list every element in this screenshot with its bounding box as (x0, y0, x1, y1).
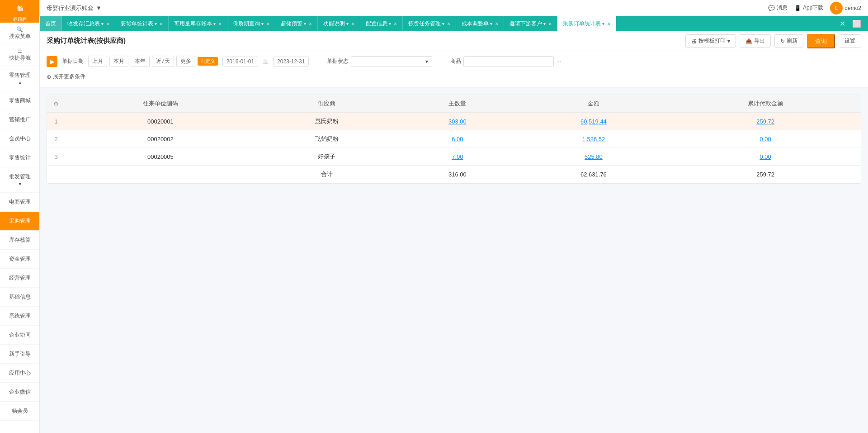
date-shortcut-btns: 上月 本月 本年 近7天 更多 自定义 (88, 56, 218, 67)
more-date-btn[interactable]: 更多 (176, 56, 195, 67)
tab-label: 配置信息 (366, 20, 387, 28)
row-number: 1 (47, 113, 65, 130)
user-actions-bar: 💬 消息 📱 App下载 E demo2 (768, 2, 861, 14)
sidebar-item-enterprise-collab[interactable]: 企业协同 (0, 326, 39, 345)
query-btn[interactable]: 查询 (807, 34, 835, 48)
sidebar-item-basic-info[interactable]: 基础信息 (0, 288, 39, 307)
sidebar-item-marketing[interactable]: 营销推广 (0, 110, 39, 129)
amount-cell[interactable]: 60,519.44 (517, 113, 670, 130)
workspace-selector[interactable]: 母婴行业演示账套 ▼ (47, 4, 102, 12)
amount-cell[interactable]: 525.80 (517, 148, 670, 166)
sidebar-logo[interactable]: 畅 标题栏 (0, 0, 39, 23)
sidebar-item-inventory-check[interactable]: 库存核算 (0, 231, 39, 250)
close-window-btn[interactable]: ✕ (837, 19, 848, 29)
chevron-icon: ▲ (18, 80, 23, 85)
tab-config-info[interactable]: 配置信息 ▾ × (360, 16, 403, 31)
tab-pick-task-mgmt[interactable]: 拣货任务管理 ▾ × (403, 16, 456, 31)
status-select-arrow-icon: ▾ (425, 58, 428, 65)
tab-receive-send-summary[interactable]: 收发存汇总表 ▾ × (62, 16, 115, 31)
sidebar-item-app-center[interactable]: 应用中心 (0, 364, 39, 383)
header-right: 🖨 按模板打印 ▾ 📤 导出 ↻ 刷新 查询 设置 (685, 34, 861, 48)
this-year-btn[interactable]: 本年 (131, 56, 150, 67)
app-download-btn[interactable]: 📱 App下载 (794, 4, 823, 12)
settings-gear-icon[interactable]: ⚙ (53, 100, 59, 107)
tab-expiry-query[interactable]: 保质期查询 ▾ × (227, 16, 275, 31)
user-profile-btn[interactable]: E demo2 (830, 2, 861, 14)
table-row: 3 00020005 好孩子 7.00 525.80 0.00 (47, 148, 861, 166)
sidebar-item-label: 零售管理 (2, 71, 37, 79)
app-logo-icon: 畅 (12, 0, 28, 16)
tab-close-icon[interactable]: × (548, 21, 552, 27)
tab-close-icon[interactable]: × (266, 21, 269, 27)
tab-invite-downstream[interactable]: 邀请下游客户 ▾ × (504, 16, 557, 31)
content-wrapper: 采购订单统计表(按供应商) 🖨 按模板打印 ▾ 📤 导出 ↻ 刷新 查询 设置 (40, 31, 868, 433)
tab-close-icon[interactable]: × (495, 21, 498, 27)
sidebar-item-member-center[interactable]: 会员中心 (0, 129, 39, 148)
tab-available-inventory[interactable]: 可用量库存账本 ▾ × (169, 16, 227, 31)
tab-function-desc[interactable]: 功能说明 ▾ × (318, 16, 360, 31)
expand-more-conditions-btn[interactable]: ⊕ 展开更多条件 (47, 71, 861, 83)
col-gear[interactable]: ⚙ (47, 95, 65, 113)
message-btn[interactable]: 💬 消息 (768, 4, 788, 12)
sidebar-item-enterprise-wechat[interactable]: 企业微信 (0, 383, 39, 402)
tab-close-icon[interactable]: × (106, 21, 109, 27)
this-month-btn[interactable]: 本月 (109, 56, 128, 67)
sidebar-item-retail-stats[interactable]: 零售统计 (0, 148, 39, 167)
tab-close-icon[interactable]: × (394, 21, 397, 27)
tab-close-icon[interactable]: × (309, 21, 312, 27)
tab-label: 成本调整单 (462, 20, 489, 28)
print-template-btn[interactable]: 🖨 按模板打印 ▾ (685, 34, 736, 48)
tab-cost-adjust[interactable]: 成本调整单 ▾ × (456, 16, 504, 31)
tab-close-icon[interactable]: × (447, 21, 450, 27)
tab-arrow-icon: ▾ (155, 21, 157, 26)
sidebar-quick-nav[interactable]: ☰ 快捷导航 (0, 44, 39, 66)
tab-purchase-summary[interactable]: 要货单统计表 ▾ × (115, 16, 169, 31)
print-arrow-icon: ▾ (727, 38, 730, 44)
paid-amount-cell[interactable]: 0.00 (670, 130, 861, 148)
paid-amount-cell[interactable]: 0.00 (670, 148, 861, 166)
main-qty-cell[interactable]: 7.00 (398, 148, 517, 166)
sidebar-item-ops-mgmt[interactable]: 经营管理 (0, 269, 39, 288)
amount-cell[interactable]: 1,586.52 (517, 130, 670, 148)
last-month-btn[interactable]: 上月 (88, 56, 107, 67)
last7-btn[interactable]: 近7天 (152, 56, 174, 67)
tab-arrow-icon: ▾ (346, 21, 349, 26)
paid-amount-cell[interactable]: 259.72 (670, 113, 861, 130)
sidebar-item-ecommerce-mgmt[interactable]: 电商管理 (0, 193, 39, 212)
tab-label: 可用量库存账本 (174, 20, 212, 28)
goods-input[interactable] (463, 56, 554, 67)
sidebar-item-wholesale-mgmt[interactable]: 批发管理 ▼ (0, 167, 39, 193)
sidebar-item-retail-mgmt[interactable]: 零售管理 ▲ (0, 66, 39, 91)
tab-home[interactable]: 首页 (40, 16, 62, 31)
sidebar-search[interactable]: 🔍 搜索英单 (0, 23, 39, 44)
footer-empty (47, 166, 256, 183)
tab-close-icon[interactable]: × (218, 21, 222, 27)
date-end-input[interactable]: 2023-12-31 (273, 57, 309, 67)
topnav-tabs: 首页 收发存汇总表 ▾ × 要货单统计表 ▾ × 可用量库存账本 ▾ × 保质期… (40, 16, 833, 31)
filter-toggle-btn[interactable]: ▶ (47, 56, 57, 67)
app-download-label: App下载 (803, 4, 823, 12)
tab-label: 采购订单统计表 (563, 20, 601, 28)
maximize-window-btn[interactable]: ⬜ (850, 19, 863, 29)
sidebar-item-purchase-mgmt[interactable]: 采购管理 (0, 212, 39, 231)
settings-btn[interactable]: 设置 (839, 34, 861, 48)
main-qty-cell[interactable]: 6.00 (398, 130, 517, 148)
tab-close-active-icon[interactable]: × (607, 21, 610, 27)
sidebar-item-new-guide[interactable]: 新手引导 (0, 345, 39, 364)
tab-purchase-order-summary[interactable]: 采购订单统计表 ▾ × (557, 16, 616, 31)
sidebar-item-sys-mgmt[interactable]: 系统管理 (0, 307, 39, 326)
status-select[interactable]: ▾ (351, 56, 432, 67)
main-qty-cell[interactable]: 303.00 (398, 113, 517, 130)
refresh-icon: ↻ (780, 38, 785, 44)
sidebar-item-label: 应用中心 (2, 369, 37, 377)
sidebar-item-finance-mgmt[interactable]: 资金管理 (0, 250, 39, 269)
date-start-input[interactable]: 2016-01-01 (222, 57, 258, 67)
tab-close-icon[interactable]: × (351, 21, 354, 27)
export-btn[interactable]: 📤 导出 (740, 34, 771, 48)
sidebar-item-free-member[interactable]: 畅会员 (0, 402, 39, 421)
tab-overstock-alert[interactable]: 超储预警 ▾ × (275, 16, 318, 31)
refresh-btn[interactable]: ↻ 刷新 (774, 34, 803, 48)
main-content: 母婴行业演示账套 ▼ 💬 消息 📱 App下载 E demo2 首页 (40, 0, 868, 433)
sidebar-item-retail-shop[interactable]: 零售商城 (0, 91, 39, 110)
tab-close-icon[interactable]: × (160, 21, 163, 27)
